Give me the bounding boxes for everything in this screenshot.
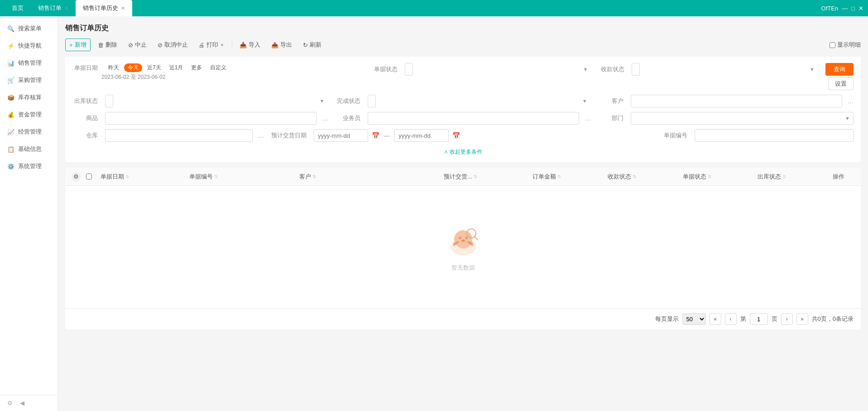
select-all-checkbox[interactable] bbox=[86, 174, 92, 179]
th-pay-status-sort[interactable]: ⇅ bbox=[633, 174, 636, 179]
sidebar-settings-icon[interactable]: ⚙ bbox=[7, 400, 13, 406]
th-date-sort[interactable]: ⇅ bbox=[125, 174, 129, 179]
stop-label: 中止 bbox=[135, 41, 147, 49]
delete-button[interactable]: 🗑 删除 bbox=[94, 39, 121, 51]
page-last-button[interactable]: » bbox=[796, 313, 808, 325]
th-bill-status-label: 单据状态 bbox=[683, 173, 706, 181]
cancel-stop-button[interactable]: ⊘ 取消中止 bbox=[154, 39, 192, 51]
th-customer[interactable]: 客户 ⇅ bbox=[297, 173, 441, 181]
th-check[interactable] bbox=[83, 174, 98, 179]
complete-status-select[interactable] bbox=[368, 95, 376, 107]
stop-button[interactable]: ⊘ 中止 bbox=[125, 39, 150, 51]
page-prev-button[interactable]: ‹ bbox=[725, 313, 737, 325]
product-dots[interactable]: ... bbox=[322, 114, 328, 122]
refresh-button[interactable]: ↻ 刷新 bbox=[299, 39, 325, 51]
date-chip-yesterday[interactable]: 昨天 bbox=[105, 63, 122, 73]
sidebar-collapse-icon[interactable]: ◀ bbox=[20, 400, 24, 406]
delivery-date-to[interactable] bbox=[394, 129, 449, 142]
date-chip-custom[interactable]: 自定义 bbox=[207, 63, 230, 73]
complete-status-label: 完成状态 bbox=[335, 97, 360, 105]
page-next-button[interactable]: › bbox=[781, 313, 793, 325]
product-label: 商品 bbox=[72, 114, 98, 122]
sidebar-item-base-info[interactable]: 📋 基础信息 bbox=[0, 140, 58, 158]
sidebar-item-inventory[interactable]: 📦 库存核算 bbox=[0, 89, 58, 106]
date-chip-more[interactable]: 更多 bbox=[188, 63, 205, 73]
bill-status-select[interactable] bbox=[405, 63, 413, 76]
svg-text:···: ··· bbox=[473, 226, 476, 230]
th-amount-sort[interactable]: ⇅ bbox=[557, 174, 561, 179]
empty-state: ··· 暂无数据 bbox=[65, 186, 861, 308]
window-maximize[interactable]: □ bbox=[851, 5, 855, 12]
display-detail-checkbox[interactable] bbox=[830, 42, 835, 48]
collapse-bar[interactable]: ∧ 收起更多条件 bbox=[72, 146, 854, 156]
import-button[interactable]: 📥 导入 bbox=[236, 39, 264, 51]
sidebar-item-finance[interactable]: 💰 资金管理 bbox=[0, 106, 58, 123]
bill-number-input[interactable] bbox=[695, 129, 854, 142]
toolbar-right: 显示明细 bbox=[830, 41, 861, 49]
th-stock-status-label: 出库状态 bbox=[758, 173, 781, 181]
salesperson-input[interactable] bbox=[368, 112, 579, 125]
tab-home[interactable]: 首页 bbox=[5, 0, 31, 16]
sidebar-item-search-menu[interactable]: 🔍 搜索菜单 bbox=[0, 20, 58, 37]
sidebar-item-purchase-mgmt-label: 采购管理 bbox=[18, 76, 42, 84]
close-sales-order-history-tab[interactable]: ✕ bbox=[121, 5, 125, 11]
filter-dept: 部门 ▼ bbox=[598, 112, 854, 125]
calendar-from-icon[interactable]: 📅 bbox=[372, 132, 379, 139]
sidebar-item-operations[interactable]: 📈 经营管理 bbox=[0, 123, 58, 140]
tab-sales-order-history-label: 销售订单历史 bbox=[83, 4, 118, 12]
new-button[interactable]: + 新增 bbox=[65, 39, 91, 51]
customer-dots[interactable]: ... bbox=[848, 97, 854, 105]
stock-status-arrow: ▼ bbox=[319, 98, 324, 104]
main-content: 销售订单历史 + 新增 🗑 删除 ⊘ 中止 ⊘ 取消中止 🖨 打印 ▼ bbox=[58, 16, 868, 411]
th-delivery[interactable]: 预计交货... ⇅ bbox=[441, 173, 530, 181]
sidebar-item-sys-mgmt[interactable]: ⚙️ 系统管理 bbox=[0, 158, 58, 175]
page-first-button[interactable]: « bbox=[710, 313, 721, 325]
page-size-select[interactable]: 50 10 20 100 bbox=[682, 313, 706, 325]
window-close[interactable]: ✕ bbox=[858, 5, 863, 12]
query-button[interactable]: 查询 bbox=[825, 63, 854, 76]
settings-button[interactable]: 设置 bbox=[828, 77, 854, 90]
payment-status-select[interactable] bbox=[632, 63, 640, 76]
th-pay-status[interactable]: 收款状态 ⇅ bbox=[605, 173, 680, 181]
dept-select[interactable] bbox=[631, 112, 854, 125]
table-settings-gear[interactable]: ⚙ bbox=[72, 172, 81, 182]
tab-sales-order-history[interactable]: 销售订单历史 ✕ bbox=[76, 0, 132, 16]
th-stock-status-sort[interactable]: ⇅ bbox=[782, 174, 786, 179]
tab-sales-order[interactable]: 销售订单 ✕ bbox=[31, 0, 76, 16]
date-chip-last7days[interactable]: 近7天 bbox=[144, 63, 164, 73]
sidebar-item-purchase-mgmt[interactable]: 🛒 采购管理 bbox=[0, 72, 58, 89]
stop-icon: ⊘ bbox=[128, 42, 133, 48]
th-bill-status-sort[interactable]: ⇅ bbox=[708, 174, 711, 179]
th-delivery-sort[interactable]: ⇅ bbox=[474, 174, 477, 179]
export-button[interactable]: 📤 导出 bbox=[268, 39, 296, 51]
th-date[interactable]: 单据日期 ⇅ bbox=[98, 173, 187, 181]
delivery-date-from[interactable] bbox=[314, 129, 368, 142]
display-detail-toggle[interactable]: 显示明细 bbox=[830, 41, 861, 49]
filter-customer: 客户 ... bbox=[598, 95, 854, 107]
product-input[interactable] bbox=[105, 112, 317, 125]
date-chip-last1month[interactable]: 近1月 bbox=[166, 63, 187, 73]
th-number-sort[interactable]: ⇅ bbox=[214, 174, 218, 179]
close-sales-order-tab[interactable]: ✕ bbox=[64, 5, 68, 11]
date-chip-today[interactable]: 今天 bbox=[124, 63, 142, 72]
th-stock-status[interactable]: 出库状态 ⇅ bbox=[755, 173, 830, 181]
th-settings[interactable]: ⚙ bbox=[69, 172, 83, 182]
page-number-input[interactable] bbox=[750, 313, 768, 325]
sidebar-item-sales-mgmt[interactable]: 📊 销售管理 bbox=[0, 54, 58, 72]
th-customer-sort[interactable]: ⇅ bbox=[312, 174, 316, 179]
print-dropdown-icon[interactable]: ▼ bbox=[220, 43, 225, 48]
window-minimize[interactable]: — bbox=[842, 5, 848, 12]
th-amount[interactable]: 订单金额 ⇅ bbox=[530, 173, 605, 181]
calendar-to-icon[interactable]: 📅 bbox=[452, 132, 460, 139]
stock-status-select[interactable] bbox=[105, 95, 113, 107]
filter-salesperson: 业务员 ... bbox=[335, 112, 590, 125]
warehouse-dots[interactable]: ... bbox=[258, 131, 264, 140]
th-number[interactable]: 单据编号 ⇅ bbox=[187, 173, 296, 181]
th-bill-status[interactable]: 单据状态 ⇅ bbox=[680, 173, 755, 181]
salesperson-dots[interactable]: ... bbox=[585, 114, 590, 122]
print-button[interactable]: 🖨 打印 ▼ bbox=[195, 39, 228, 51]
base-info-icon: 📋 bbox=[7, 145, 14, 153]
sidebar-item-quick-nav[interactable]: ⚡ 快捷导航 bbox=[0, 37, 58, 54]
customer-input[interactable] bbox=[631, 95, 842, 107]
warehouse-input[interactable] bbox=[105, 129, 253, 142]
